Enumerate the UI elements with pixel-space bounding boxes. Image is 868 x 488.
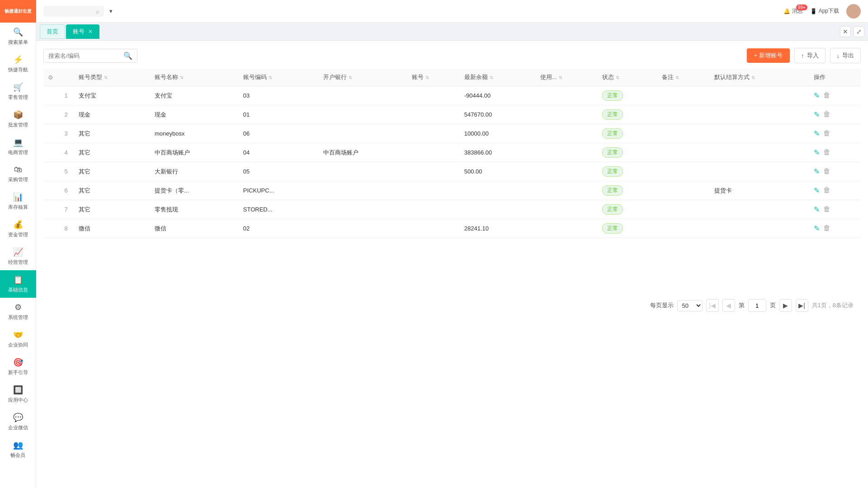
sidebar-item-search[interactable]: 🔍 搜索菜单 — [0, 23, 36, 50]
row-bank-2 — [319, 124, 407, 143]
row-num-0 — [43, 86, 58, 105]
topbar-dropdown[interactable]: ▾ — [109, 8, 113, 14]
sidebar-item-quick[interactable]: ⚡ 快捷导航 — [0, 50, 36, 78]
tab-expand-btn[interactable]: ⤢ — [854, 26, 864, 37]
col-type[interactable]: 账号类型⇅ — [74, 69, 150, 86]
sidebar-item-system[interactable]: ⚙ 系统管理 — [0, 298, 36, 325]
edit-btn-1[interactable]: ✎ — [814, 110, 820, 119]
sidebar-item-retail[interactable]: 🛒 零售管理 — [0, 78, 36, 105]
tab-controls: ✕ ⤢ — [840, 26, 864, 37]
edit-btn-3[interactable]: ✎ — [814, 148, 820, 157]
delete-btn-4[interactable]: 🗑 — [823, 167, 830, 176]
delete-btn-0[interactable]: 🗑 — [823, 91, 830, 100]
col-status[interactable]: 状态⇅ — [598, 69, 657, 86]
next-page-btn[interactable]: ▶ — [779, 299, 792, 312]
sidebar-label-system: 系统管理 — [8, 314, 28, 321]
col-balance[interactable]: 最新余额⇅ — [460, 69, 536, 86]
sidebar-item-wholesale[interactable]: 📦 批发管理 — [0, 105, 36, 133]
tab-close-account[interactable]: ✕ — [88, 28, 93, 35]
toolbar: 🔍 + 新增账号 ↑ 导入 ↓ 导出 — [43, 48, 861, 63]
row-usage-4 — [536, 162, 598, 181]
import-button[interactable]: ↑ 导入 — [794, 48, 826, 63]
sidebar-label-appcenter: 应用中心 — [8, 397, 28, 404]
row-index-5: 6 — [58, 181, 74, 200]
row-num-5 — [43, 181, 58, 200]
sidebar-item-member[interactable]: 👥 畅会员 — [0, 436, 36, 463]
edit-btn-7[interactable]: ✎ — [814, 224, 820, 233]
row-type-2: 其它 — [74, 124, 150, 143]
edit-btn-0[interactable]: ✎ — [814, 91, 820, 100]
col-num — [58, 69, 74, 86]
tab-account[interactable]: 账号 ✕ — [66, 24, 99, 39]
page-number-input[interactable] — [748, 299, 766, 312]
row-code-0: 03 — [239, 86, 319, 105]
wechat-icon: 💬 — [13, 413, 23, 422]
delete-btn-1[interactable]: 🗑 — [823, 110, 830, 119]
search-bar[interactable]: 🔍 — [43, 49, 137, 63]
appcenter-icon: 🔲 — [13, 385, 23, 395]
col-settings[interactable]: ⚙ — [43, 69, 58, 86]
sidebar-item-ecommerce[interactable]: 💻 电商管理 — [0, 133, 36, 160]
col-bank[interactable]: 开户银行⇅ — [319, 69, 407, 86]
per-page-select[interactable]: 50 20 100 — [677, 300, 703, 311]
col-name[interactable]: 账号名称⇅ — [150, 69, 239, 86]
search-input[interactable] — [48, 52, 121, 59]
row-settle-1 — [710, 105, 809, 124]
app-logo: 畅捷通好生意 — [0, 0, 36, 23]
delete-btn-3[interactable]: 🗑 — [823, 148, 830, 157]
search-icon[interactable]: 🔍 — [123, 52, 132, 60]
last-page-btn[interactable]: ▶| — [796, 299, 808, 312]
sidebar-item-purchase[interactable]: 🛍 采购管理 — [0, 160, 36, 188]
edit-btn-2[interactable]: ✎ — [814, 129, 820, 138]
sidebar-item-basic[interactable]: 📋 基础信息 — [0, 270, 36, 298]
topbar-search-input[interactable] — [48, 8, 93, 14]
row-remark-7 — [657, 219, 710, 238]
sidebar-label-purchase: 采购管理 — [8, 176, 28, 183]
search-icon: 🔍 — [13, 27, 23, 37]
sidebar-item-finance[interactable]: 💰 资金管理 — [0, 215, 36, 243]
prev-page-btn[interactable]: ◀ — [722, 299, 735, 312]
sidebar-item-operations[interactable]: 📈 经营管理 — [0, 243, 36, 270]
row-num-7 — [43, 219, 58, 238]
edit-btn-6[interactable]: ✎ — [814, 205, 820, 214]
tab-close-btn[interactable]: ✕ — [840, 26, 851, 37]
edit-btn-4[interactable]: ✎ — [814, 167, 820, 176]
sidebar-item-agreement[interactable]: 🤝 企业协同 — [0, 325, 36, 353]
edit-btn-5[interactable]: ✎ — [814, 186, 820, 195]
row-settle-4 — [710, 162, 809, 181]
sidebar-item-guide[interactable]: 🎯 新手引导 — [0, 353, 36, 380]
first-page-btn[interactable]: |◀ — [706, 299, 719, 312]
delete-btn-5[interactable]: 🗑 — [823, 186, 830, 195]
accounts-table: ⚙ 账号类型⇅ 账号名称⇅ 账号编码⇅ 开户银行⇅ 账号⇅ 最新余额⇅ 使用..… — [43, 69, 861, 238]
row-code-2: 06 — [239, 124, 319, 143]
row-type-5: 其它 — [74, 181, 150, 200]
row-name-0: 支付宝 — [150, 86, 239, 105]
row-type-0: 支付宝 — [74, 86, 150, 105]
export-button[interactable]: ↓ 导出 — [830, 48, 861, 63]
sidebar-item-inventory[interactable]: 📊 库存核算 — [0, 188, 36, 215]
row-usage-6 — [536, 200, 598, 219]
sidebar-item-wechat[interactable]: 💬 企业微信 — [0, 408, 36, 436]
avatar[interactable] — [846, 4, 861, 19]
sidebar-label-retail: 零售管理 — [8, 94, 28, 101]
delete-btn-7[interactable]: 🗑 — [823, 224, 830, 233]
delete-btn-6[interactable]: 🗑 — [823, 205, 830, 214]
add-account-button[interactable]: + 新增账号 — [747, 48, 790, 63]
topbar-msg-btn[interactable]: 🔔 消息 99+ — [783, 7, 803, 15]
topbar-app-btn[interactable]: 📱 App下载 — [810, 7, 839, 15]
export-icon: ↓ — [837, 52, 840, 59]
col-code[interactable]: 账号编码⇅ — [239, 69, 319, 86]
col-default-settle[interactable]: 默认结算方式⇅ — [710, 69, 809, 86]
page-suffix-label: 页 — [770, 301, 776, 310]
col-remark[interactable]: 备注⇅ — [657, 69, 710, 86]
row-status-7: 正常 — [598, 219, 657, 238]
delete-btn-2[interactable]: 🗑 — [823, 129, 830, 138]
col-account[interactable]: 账号⇅ — [407, 69, 460, 86]
topbar-search-box[interactable]: ⌕ — [43, 6, 104, 17]
tab-home[interactable]: 首页 — [40, 24, 65, 39]
row-type-7: 微信 — [74, 219, 150, 238]
col-usage[interactable]: 使用...⇅ — [536, 69, 598, 86]
content-wrapper: 🔍 + 新增账号 ↑ 导入 ↓ 导出 — [43, 48, 861, 319]
sidebar-item-appcenter[interactable]: 🔲 应用中心 — [0, 380, 36, 408]
row-remark-3 — [657, 143, 710, 162]
